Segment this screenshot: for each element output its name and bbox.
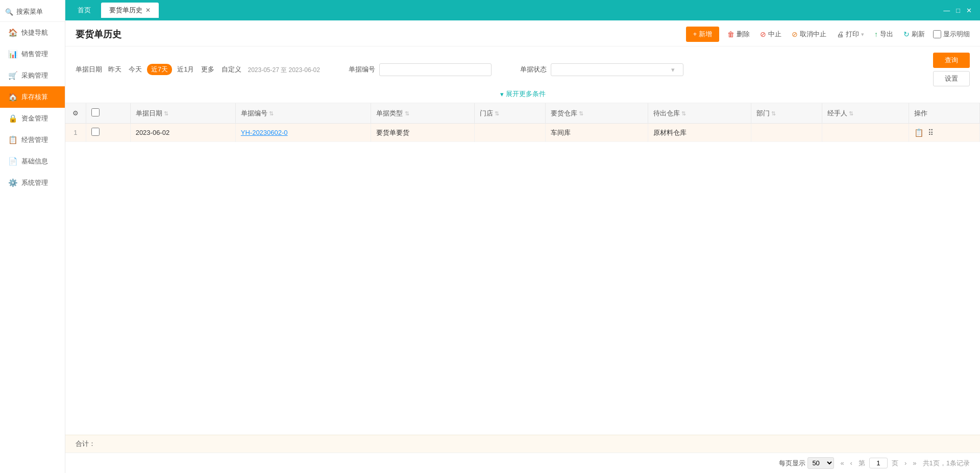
tab-req-history[interactable]: 要货单历史 ✕ bbox=[101, 3, 159, 18]
sidebar-search-label: 搜索菜单 bbox=[16, 7, 43, 16]
tab-close-icon[interactable]: ✕ bbox=[145, 7, 151, 14]
toolbar: + 新增 🗑 删除 ⊘ 中止 ⊘ 取消中止 🖨 打印 ▾ bbox=[686, 27, 970, 42]
action-cell: 📋 ⠿ bbox=[909, 124, 979, 142]
display-detail-checkbox[interactable] bbox=[933, 30, 941, 38]
date-shortcut-yesterday[interactable]: 昨天 bbox=[106, 64, 124, 75]
page-label2: 页 bbox=[890, 458, 900, 469]
data-table-wrapper: ⚙ 单据日期 单据编号 单据类型 门店 要货仓库 待出仓库 部门 经手人 操 bbox=[65, 103, 980, 435]
doc-num-input[interactable] bbox=[379, 63, 492, 76]
tab-home[interactable]: 首页 bbox=[69, 3, 99, 18]
sidebar-item-operations[interactable]: 📋 经营管理 bbox=[0, 129, 65, 151]
req-warehouse-cell: 车间库 bbox=[546, 124, 648, 142]
first-page-button[interactable]: « bbox=[838, 458, 846, 468]
basic-info-icon: 📄 bbox=[8, 157, 17, 166]
date-shortcut-today[interactable]: 今天 bbox=[127, 64, 144, 75]
pagination-controls: « ‹ 第 页 › » bbox=[838, 458, 918, 469]
page-input[interactable] bbox=[869, 458, 888, 468]
doc-num-label: 单据编号 bbox=[349, 65, 375, 74]
tab-req-history-label: 要货单历史 bbox=[109, 6, 142, 15]
table-header-row: ⚙ 单据日期 单据编号 单据类型 门店 要货仓库 待出仓库 部门 经手人 操 bbox=[65, 103, 980, 124]
sidebar-item-quick-nav[interactable]: 🏠 快捷导航 bbox=[0, 22, 65, 43]
th-pending-warehouse[interactable]: 待出仓库 bbox=[648, 103, 751, 124]
window-minimize-icon[interactable]: — bbox=[943, 7, 950, 14]
prev-page-button[interactable]: ‹ bbox=[848, 458, 854, 468]
edit-icon[interactable]: 📋 bbox=[914, 128, 924, 137]
th-doc-date[interactable]: 单据日期 bbox=[130, 103, 235, 124]
print-button[interactable]: 🖨 打印 ▾ bbox=[835, 28, 866, 41]
tab-bar: 首页 要货单历史 ✕ — □ ✕ bbox=[65, 0, 980, 20]
th-doc-num[interactable]: 单据编号 bbox=[235, 103, 371, 124]
date-shortcut-1month[interactable]: 近1月 bbox=[175, 64, 196, 75]
doc-num-link[interactable]: YH-20230602-0 bbox=[241, 129, 288, 136]
stop-icon: ⊘ bbox=[760, 30, 766, 38]
status-dropdown-icon[interactable]: ▾ bbox=[671, 66, 675, 74]
cancel-stop-label: 取消中止 bbox=[800, 30, 826, 39]
th-doc-type[interactable]: 单据类型 bbox=[371, 103, 475, 124]
date-shortcut-custom[interactable]: 自定义 bbox=[219, 64, 243, 75]
main-area: 首页 要货单历史 ✕ — □ ✕ 要货单历史 + 新增 🗑 删除 ⊘ 中 bbox=[65, 0, 980, 473]
page-title: 要货单历史 bbox=[76, 28, 121, 40]
filter-actions: 查询 设置 bbox=[933, 53, 970, 86]
filter-area: 单据日期 昨天 今天 近7天 近1月 更多 自定义 2023-05-27 至 2… bbox=[65, 46, 980, 103]
purchase-icon: 🛒 bbox=[8, 71, 17, 80]
select-all-checkbox[interactable] bbox=[91, 108, 100, 116]
sidebar: 🔍 搜索菜单 🏠 快捷导航 📊 销售管理 🛒 采购管理 🏠 库存核算 🔒 资金管… bbox=[0, 0, 65, 473]
date-shortcuts: 昨天 今天 近7天 近1月 更多 自定义 bbox=[106, 64, 243, 75]
row-checkbox[interactable] bbox=[91, 128, 100, 136]
status-label: 单据状态 bbox=[520, 65, 547, 74]
th-gear[interactable]: ⚙ bbox=[65, 103, 86, 124]
status-filter: 单据状态 ▾ bbox=[520, 63, 675, 76]
date-filter: 单据日期 昨天 今天 近7天 近1月 更多 自定义 2023-05-27 至 2… bbox=[76, 64, 320, 75]
th-dept[interactable]: 部门 bbox=[751, 103, 822, 124]
date-shortcut-7days[interactable]: 近7天 bbox=[147, 64, 172, 75]
expand-icon: ▾ bbox=[500, 90, 504, 98]
status-input[interactable] bbox=[551, 63, 683, 76]
date-filter-label: 单据日期 bbox=[76, 65, 102, 74]
operations-icon: 📋 bbox=[8, 135, 17, 145]
sidebar-item-finance[interactable]: 🔒 资金管理 bbox=[0, 108, 65, 129]
sidebar-item-label: 采购管理 bbox=[21, 71, 48, 80]
query-button[interactable]: 查询 bbox=[933, 53, 970, 68]
sidebar-item-label: 系统管理 bbox=[21, 178, 48, 187]
more-icon[interactable]: ⠿ bbox=[928, 128, 934, 137]
per-page-select[interactable]: 20 50 100 bbox=[807, 457, 834, 469]
delete-button[interactable]: 🗑 删除 bbox=[725, 28, 752, 41]
expand-more-button[interactable]: ▾ 展开更多条件 bbox=[76, 86, 970, 101]
th-checkbox[interactable] bbox=[86, 103, 130, 124]
sidebar-item-inventory[interactable]: 🏠 库存核算 bbox=[0, 86, 65, 108]
window-maximize-icon[interactable]: □ bbox=[956, 7, 960, 14]
date-shortcut-more[interactable]: 更多 bbox=[199, 64, 216, 75]
sidebar-item-sales[interactable]: 📊 销售管理 bbox=[0, 43, 65, 65]
sales-icon: 📊 bbox=[8, 50, 17, 59]
page-content: 要货单历史 + 新增 🗑 删除 ⊘ 中止 ⊘ 取消中止 🖨 打印 bbox=[65, 20, 980, 473]
next-page-button[interactable]: › bbox=[902, 458, 909, 468]
th-req-warehouse[interactable]: 要货仓库 bbox=[546, 103, 648, 124]
row-checkbox-cell[interactable] bbox=[86, 124, 130, 142]
th-store[interactable]: 门店 bbox=[475, 103, 546, 124]
th-handler[interactable]: 经手人 bbox=[822, 103, 909, 124]
refresh-button[interactable]: ↻ 刷新 bbox=[901, 28, 927, 41]
per-page-label: 每页显示 bbox=[779, 459, 805, 468]
refresh-label: 刷新 bbox=[912, 30, 925, 39]
cancel-stop-icon: ⊘ bbox=[792, 30, 798, 38]
new-button[interactable]: + 新增 bbox=[686, 27, 719, 42]
doc-type-cell: 要货单要货 bbox=[371, 124, 475, 142]
gear-icon: ⚙ bbox=[72, 109, 79, 117]
sidebar-item-system[interactable]: ⚙️ 系统管理 bbox=[0, 172, 65, 194]
cancel-stop-button[interactable]: ⊘ 取消中止 bbox=[790, 28, 828, 41]
sidebar-item-purchase[interactable]: 🛒 采购管理 bbox=[0, 65, 65, 86]
export-label: 导出 bbox=[880, 30, 893, 39]
window-close-icon[interactable]: ✕ bbox=[966, 7, 972, 14]
sidebar-item-basic-info[interactable]: 📄 基础信息 bbox=[0, 151, 65, 172]
page-header: 要货单历史 + 新增 🗑 删除 ⊘ 中止 ⊘ 取消中止 🖨 打印 bbox=[65, 20, 980, 46]
row-num-cell: 1 bbox=[65, 124, 86, 142]
data-table: ⚙ 单据日期 单据编号 单据类型 门店 要货仓库 待出仓库 部门 经手人 操 bbox=[65, 103, 980, 142]
stop-button[interactable]: ⊘ 中止 bbox=[758, 28, 783, 41]
export-button[interactable]: ↑ 导出 bbox=[872, 28, 895, 41]
filter-settings-button[interactable]: 设置 bbox=[933, 71, 970, 86]
sidebar-search[interactable]: 🔍 搜索菜单 bbox=[0, 0, 65, 22]
print-label: 打印 bbox=[846, 30, 859, 39]
last-page-button[interactable]: » bbox=[911, 458, 918, 468]
filter-row: 单据日期 昨天 今天 近7天 近1月 更多 自定义 2023-05-27 至 2… bbox=[76, 53, 970, 86]
display-detail-toggle[interactable]: 显示明细 bbox=[933, 30, 970, 39]
